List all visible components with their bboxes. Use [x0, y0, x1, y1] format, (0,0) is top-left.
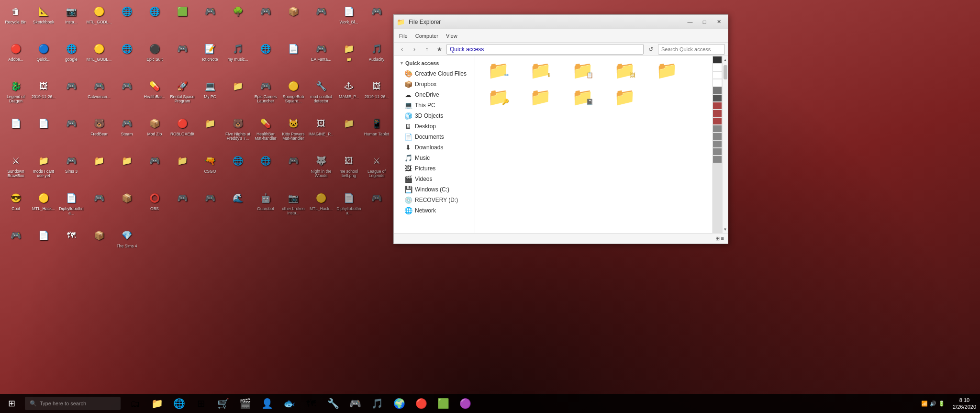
desktop-icon-7[interactable]: 🎮: [196, 2, 224, 39]
desktop-icon-38[interactable]: 🟡 SpongeBob Square...: [279, 77, 307, 114]
computer-menu-button[interactable]: Computer: [412, 31, 442, 41]
desktop-icon-5[interactable]: 🌐: [141, 2, 168, 39]
up-button[interactable]: ↑: [422, 44, 432, 55]
desktop-icon-45[interactable]: 🐻 FredBear: [85, 114, 113, 151]
desktop-icon-49[interactable]: 📁: [196, 114, 224, 151]
nav-item-videos[interactable]: 🎬 Videos: [394, 174, 475, 184]
clock[interactable]: 8:10 2/26/2020: [949, 397, 980, 411]
desktop-icon-23[interactable]: 🌐: [252, 39, 279, 77]
desktop-icon-22[interactable]: 🎵 my music...: [224, 39, 252, 77]
nav-item-network[interactable]: 🌐 Network: [394, 205, 475, 216]
vertical-scrollbar[interactable]: ▲ ▼: [722, 56, 728, 233]
desktop-icon-30[interactable]: 🎮: [57, 77, 85, 114]
desktop-icon-53[interactable]: 🖼 iMAGINE_P...: [307, 114, 335, 151]
desktop-icon-43[interactable]: 📄: [30, 114, 57, 151]
forward-button[interactable]: ›: [409, 44, 420, 55]
desktop-icon-35[interactable]: 💻 My PC: [196, 77, 224, 114]
desktop-icon-25[interactable]: 🎮 EA Fanta...: [307, 39, 335, 77]
desktop-icon-61[interactable]: 🎮: [141, 151, 168, 189]
search-input[interactable]: [658, 44, 725, 55]
desktop-icon-59[interactable]: 📁: [85, 151, 113, 189]
nav-item-windows-(c:)[interactable]: 💾 Windows (C:): [394, 184, 475, 195]
quick-access-header[interactable]: ▾ Quick access: [394, 58, 475, 68]
taskbar-app-12[interactable]: 🌍: [389, 394, 410, 413]
scroll-track[interactable]: [723, 63, 728, 226]
desktop-icon-3[interactable]: 🟡 MTL_GODL...: [85, 2, 113, 39]
desktop-icon-12[interactable]: 📄 Work_Bl...: [335, 2, 363, 39]
desktop-icon-54[interactable]: 📁: [335, 114, 363, 151]
taskbar-app-9[interactable]: 🔧: [323, 394, 344, 413]
desktop-icon-79[interactable]: 🤖 Guarobot: [252, 189, 279, 226]
desktop-icon-65[interactable]: 🌐: [252, 151, 279, 189]
nav-item-onedrive[interactable]: ☁ OneDrive: [394, 89, 475, 100]
view-toggle[interactable]: ⊞ ≡: [715, 235, 724, 242]
taskbar-search[interactable]: 🔍 Type here to search: [25, 397, 121, 410]
taskbar-app-4[interactable]: 🛒: [212, 394, 234, 413]
nav-item-pictures[interactable]: 🖼 Pictures: [394, 163, 475, 174]
taskbar-app-7[interactable]: 🐟: [278, 394, 300, 413]
desktop-icon-50[interactable]: 🐻 Five Nights at Freddy's 7...: [224, 114, 252, 151]
scroll-up-button[interactable]: ▲: [723, 57, 728, 63]
desktop-icon-24[interactable]: 📄: [279, 39, 307, 77]
desktop-icon-28[interactable]: 🐉 Legend of Dragon: [2, 77, 30, 114]
desktop-icon-19[interactable]: ⚫ Epic Suit: [141, 39, 168, 77]
minimize-button[interactable]: —: [684, 17, 696, 27]
desktop-icon-21[interactable]: 📝 IcticNote: [196, 39, 224, 77]
back-button[interactable]: ‹: [397, 44, 407, 55]
taskbar-app-2[interactable]: 🌐: [168, 394, 189, 413]
nav-item-recovery-(d:)[interactable]: 💿 RECOVERY (D:): [394, 195, 475, 205]
desktop-icon-75[interactable]: ⭕ OBS: [141, 189, 168, 226]
desktop-icon-46[interactable]: 🎮 Steam: [113, 114, 141, 151]
desktop-icon-37[interactable]: 🎮 Epic Games Launcher: [252, 77, 279, 114]
desktop-icon-16[interactable]: 🌐 google: [57, 39, 85, 77]
desktop-icon-27[interactable]: 🎵 Audacity: [363, 39, 390, 77]
taskbar-app-0[interactable]: 🗂: [124, 394, 145, 413]
folder-item-0[interactable]: 📁 ✏: [479, 60, 517, 83]
file-menu-button[interactable]: File: [396, 31, 411, 41]
desktop-icon-51[interactable]: 💊 HealthBar Mat-handler: [252, 114, 279, 151]
desktop-icon-58[interactable]: 🎮 Sims 3: [57, 151, 85, 189]
desktop-icon-15[interactable]: 🔵 Quick...: [30, 39, 57, 77]
nav-item-downloads[interactable]: ⬇ Downloads: [394, 142, 475, 153]
desktop-icon-67[interactable]: 🐺 Night in the Woods: [307, 151, 335, 189]
taskbar-app-3[interactable]: ⊞: [190, 394, 212, 413]
desktop-icon-87[interactable]: 📦: [85, 226, 113, 263]
taskbar-app-13[interactable]: 🔴: [411, 394, 432, 413]
desktop-icon-33[interactable]: 💊 HealthBar...: [141, 77, 168, 114]
taskbar-app-8[interactable]: 🗺: [301, 394, 322, 413]
desktop-icon-48[interactable]: 🔴 ROBLOXEdit: [168, 114, 196, 151]
desktop-icon-18[interactable]: 🌐: [113, 39, 141, 77]
desktop-icon-83[interactable]: 🎮: [363, 189, 390, 226]
start-button[interactable]: ⊞: [0, 394, 23, 413]
folder-item-7[interactable]: 📁 📓: [563, 87, 601, 110]
nav-item-creative-cloud-files[interactable]: 🎨 Creative Cloud Files: [394, 68, 475, 79]
desktop-icon-17[interactable]: 🟡 MTL_GOBL...: [85, 39, 113, 77]
desktop-icon-81[interactable]: 🟡 MTL_Hack...: [307, 189, 335, 226]
desktop-icon-64[interactable]: 🌐: [224, 151, 252, 189]
desktop-icon-14[interactable]: 🔴 Adobe...: [2, 39, 30, 77]
desktop-icon-39[interactable]: 🔧 mod conflict detector: [307, 77, 335, 114]
desktop-icon-86[interactable]: 🗺: [57, 226, 85, 263]
desktop-icon-82[interactable]: 📄 Diphyllobothria...: [335, 189, 363, 226]
desktop-icon-78[interactable]: 🌊: [224, 189, 252, 226]
desktop-icon-88[interactable]: 💎 The Sims 4: [113, 226, 141, 263]
taskbar-app-15[interactable]: 🟣: [455, 394, 476, 413]
desktop-icon-9[interactable]: 🎮: [252, 2, 279, 39]
desktop-icon-29[interactable]: 🖼 2019-11-26...: [30, 77, 57, 114]
nav-item-3d-objects[interactable]: 🧊 3D Objects: [394, 111, 475, 121]
desktop-icon-72[interactable]: 📄 Diphyllobothria...: [57, 189, 85, 226]
desktop-icon-36[interactable]: 📁: [224, 77, 252, 114]
desktop-icon-68[interactable]: 🖼 me school bell.png: [335, 151, 363, 189]
desktop-icon-62[interactable]: 📁: [168, 151, 196, 189]
desktop-icon-34[interactable]: 🚀 Rental Space Program: [168, 77, 196, 114]
desktop-icon-42[interactable]: 📄: [2, 114, 30, 151]
desktop-icon-80[interactable]: 📷 other broken Insta...: [279, 189, 307, 226]
refresh-button[interactable]: ↺: [646, 44, 656, 55]
desktop-icon-73[interactable]: 🎮: [85, 189, 113, 226]
taskbar-app-10[interactable]: 🎮: [345, 394, 366, 413]
taskbar-app-5[interactable]: 🎬: [234, 394, 256, 413]
folder-item-4[interactable]: 📁: [647, 60, 686, 83]
desktop-icon-77[interactable]: 🎮: [196, 189, 224, 226]
nav-item-this-pc[interactable]: 💻 This PC: [394, 100, 475, 111]
desktop-icon-52[interactable]: 🐱 Kitty Powers Mat-handler: [279, 114, 307, 151]
